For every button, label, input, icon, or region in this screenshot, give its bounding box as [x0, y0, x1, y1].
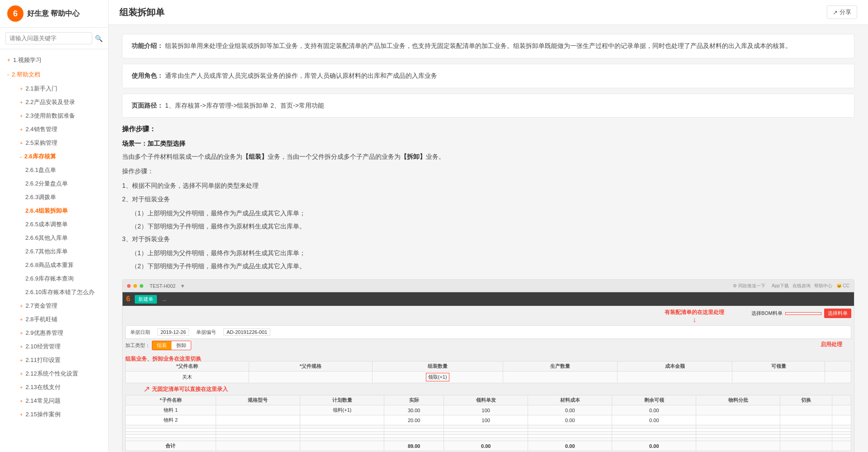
- docno-value: AD-20191226-001: [223, 328, 270, 336]
- role-label: 使用角色：: [132, 72, 163, 79]
- sidebar-item-2-4[interactable]: + 2.4销售管理: [13, 123, 108, 136]
- plus-icon: +: [20, 86, 23, 91]
- intro-label: 功能介绍：: [132, 42, 163, 49]
- plus-icon: +: [20, 330, 23, 336]
- table-row: 物料 2 20.00 100 0.00 0.00: [126, 415, 851, 425]
- sidebar-item-docs[interactable]: - 2.帮助文档: [0, 67, 108, 82]
- type-selector: 加工类型： 组装 拆卸: [125, 341, 191, 350]
- select-btn[interactable]: 选择料单: [824, 309, 851, 318]
- arrow-down-1: ↓: [693, 316, 696, 324]
- sidebar-item-2-6-9[interactable]: 2.6.9库存账本查询: [25, 272, 108, 285]
- annotation-4-container: ↗ 无固定清单可以直接在这里录入: [125, 385, 851, 393]
- mock-main-area: 有装配清单的在这里处理 ↓ 选择BOM料单 选择料单 单据日期 2019-12-…: [123, 306, 854, 452]
- table-footer: 合计 89.00 0.00 0.00 0.00: [126, 441, 851, 451]
- type-assemble-btn[interactable]: 组装: [152, 341, 171, 350]
- sidebar-item-2-3[interactable]: + 2.3使用前数据准备: [13, 109, 108, 123]
- table-row: [126, 428, 851, 432]
- sidebar-item-2-6-8[interactable]: 2.6.8商品成本重算: [25, 258, 108, 272]
- sidebar-item-2-13[interactable]: + 2.13在线支付: [13, 381, 108, 394]
- nav-tab-other[interactable]: ...: [159, 295, 170, 303]
- share-button[interactable]: ↗ 分享: [827, 5, 857, 19]
- minus-icon: -: [7, 71, 9, 78]
- share-label: 分享: [840, 8, 851, 16]
- annotation-row-1: 有装配清单的在这里处理 ↓ 选择BOM料单 选择料单: [125, 309, 851, 324]
- sidebar-item-2-6-2[interactable]: 2.6.2分量盘点单: [25, 177, 108, 190]
- table-row: [126, 425, 851, 428]
- sidebar-item-label: 2.帮助文档: [12, 71, 40, 79]
- step-3-sub2: （2）下部明细为子件明细，最终作为产成品生成其它入库单。: [122, 261, 854, 272]
- share-icon: ↗: [833, 9, 838, 16]
- type-toggle: 组装 拆卸: [152, 341, 191, 350]
- sidebar-item-2-11[interactable]: + 2.11打印设置: [13, 353, 108, 367]
- app-name: 好生意 帮助中心: [27, 9, 80, 19]
- sidebar-item-2-6-5[interactable]: 2.6.5成本调整单: [25, 218, 108, 231]
- sidebar-item-2-15[interactable]: + 2.15操作案例: [13, 408, 108, 421]
- app-logo: 6: [7, 5, 24, 22]
- plus-icon: +: [20, 412, 23, 417]
- select-bom-label: 选择BOM料单: [751, 310, 783, 317]
- sidebar-item-2-6-10[interactable]: 2.6.10库存账本错了怎么办: [25, 285, 108, 299]
- table-row: 关木 领取(+1): [126, 371, 851, 383]
- sidebar-item-2-5[interactable]: + 2.5采购管理: [13, 136, 108, 150]
- bom-select-area: 选择BOM料单 选择料单: [751, 309, 851, 318]
- sidebar-item-2-6-4[interactable]: 2.6.4组装拆卸单: [25, 204, 108, 218]
- steps-title-2: 操作步骤：: [122, 166, 854, 177]
- app-nav: 6 新建单 ...: [123, 292, 854, 306]
- step-2-sub1: （1）上部明细为父件明细，最终作为产成品生成其它入库单；: [122, 208, 854, 219]
- annotation-1: 有装配清单的在这里处理 ↓: [665, 309, 724, 324]
- step-2-sub2: （2）下部明细为子件明细，最终作为原材料生成其它出库单。: [122, 221, 854, 232]
- screenshot-container: TEST-H002 ▼ ⚙ 同款推送一下 App下载 在线咨询 帮助中心 🐱 C…: [122, 279, 854, 452]
- annotation-text-4: 无固定清单可以直接在这里录入: [152, 385, 228, 393]
- nav-section-1: + 1.视频学习: [0, 53, 108, 67]
- sidebar-item-2-14[interactable]: + 2.14常见问题: [13, 394, 108, 408]
- search-button[interactable]: 🔍: [95, 35, 103, 42]
- sidebar-item-2-12[interactable]: + 2.12系统个性化设置: [13, 367, 108, 381]
- sidebar-item-2-1[interactable]: + 2.1新手入门: [13, 82, 108, 95]
- step-1: 1、根据不同的业务，选择不同单据的类型来处理: [122, 181, 854, 191]
- annotation-text-3: 启用处理: [821, 341, 842, 348]
- sidebar-item-2-9[interactable]: + 2.9优惠券管理: [13, 326, 108, 340]
- sidebar: 6 好生意 帮助中心 🔍 + 1.视频学习 - 2.帮助文档 + 2.1新手入门: [0, 0, 108, 452]
- type-disassemble-btn[interactable]: 拆卸: [171, 341, 191, 350]
- minus-icon: -: [20, 154, 22, 159]
- sidebar-item-2-8[interactable]: + 2.8手机旺铺: [13, 313, 108, 326]
- parent-table: *父件名称 *父件规格 组装数量 生产数量 成本金额 可领量: [125, 361, 851, 383]
- steps-title: 操作步骤：: [122, 125, 854, 133]
- sidebar-item-2-6-3[interactable]: 2.6.3调拨单: [25, 190, 108, 204]
- form-header: 单据日期 2019-12-26 单据编号 AD-20191226-001: [125, 325, 851, 339]
- plus-icon: +: [7, 57, 10, 63]
- content-area: 功能介绍： 组装拆卸单用来处理企业组装或拆卸等加工业务，支持有固定装配清单的产品…: [108, 25, 868, 452]
- date-label: 单据日期: [130, 329, 150, 336]
- step-3: 3、对于拆装业务: [122, 234, 854, 245]
- sidebar-item-2-6-1[interactable]: 2.6.1盘点单: [25, 163, 108, 177]
- mock-browser-bar: TEST-H002 ▼ ⚙ 同款推送一下 App下载 在线咨询 帮助中心 🐱 C…: [123, 280, 854, 292]
- plus-icon: +: [20, 357, 23, 363]
- sidebar-item-videos[interactable]: + 1.视频学习: [0, 53, 108, 67]
- child-table-container: *子件名称 规格型号 计划数量 实际 领料单发 材料成本 剩余可领 物料分批 切…: [125, 395, 851, 451]
- intro-box: 功能介绍： 组装拆卸单用来处理企业组装或拆卸等加工业务，支持有固定装配清单的产品…: [122, 34, 854, 58]
- nav-tab-active[interactable]: 新建单: [135, 295, 157, 304]
- bom-input[interactable]: [785, 312, 821, 315]
- step-3-sub1: （1）上部明细为父件明细，最终作为原材料生成其它出库单；: [122, 247, 854, 259]
- plus-icon: +: [20, 303, 23, 309]
- plus-icon: +: [20, 398, 23, 404]
- plus-icon: +: [20, 140, 23, 146]
- plus-icon: +: [20, 100, 23, 105]
- sidebar-item-2-6[interactable]: - 2.6库存核算: [13, 150, 108, 163]
- search-input[interactable]: [5, 32, 92, 44]
- red-box-input[interactable]: 领取(+1): [426, 373, 449, 381]
- sidebar-item-2-2[interactable]: + 2.2产品安装及登录: [13, 95, 108, 109]
- nav-sub-docs: + 2.1新手入门 + 2.2产品安装及登录 + 2.3使用前数据准备 + 2.…: [0, 82, 108, 421]
- sidebar-item-2-10[interactable]: + 2.10经营管理: [13, 340, 108, 353]
- sidebar-item-2-6-7[interactable]: 2.6.7其他出库单: [25, 245, 108, 258]
- annotation-2-container: 组装业务、拆卸业务在这里切换: [125, 355, 201, 363]
- docno-label: 单据编号: [196, 329, 216, 336]
- sidebar-header: 6 好生意 帮助中心: [0, 0, 108, 28]
- sidebar-item-2-6-6[interactable]: 2.6.6其他入库单: [25, 231, 108, 245]
- annotation-3-container: 启用处理: [821, 341, 842, 348]
- parent-table-container: *父件名称 *父件规格 组装数量 生产数量 成本金额 可领量: [125, 361, 851, 383]
- sidebar-item-2-7[interactable]: + 2.7资金管理: [13, 299, 108, 313]
- scene-1-title: 场景一：加工类型选择: [122, 140, 854, 148]
- date-value: 2019-12-26: [157, 328, 189, 336]
- intro-text: 组装拆卸单用来处理企业组装或拆卸等加工业务，支持有固定装配清单的产品加工业务，也…: [165, 42, 792, 49]
